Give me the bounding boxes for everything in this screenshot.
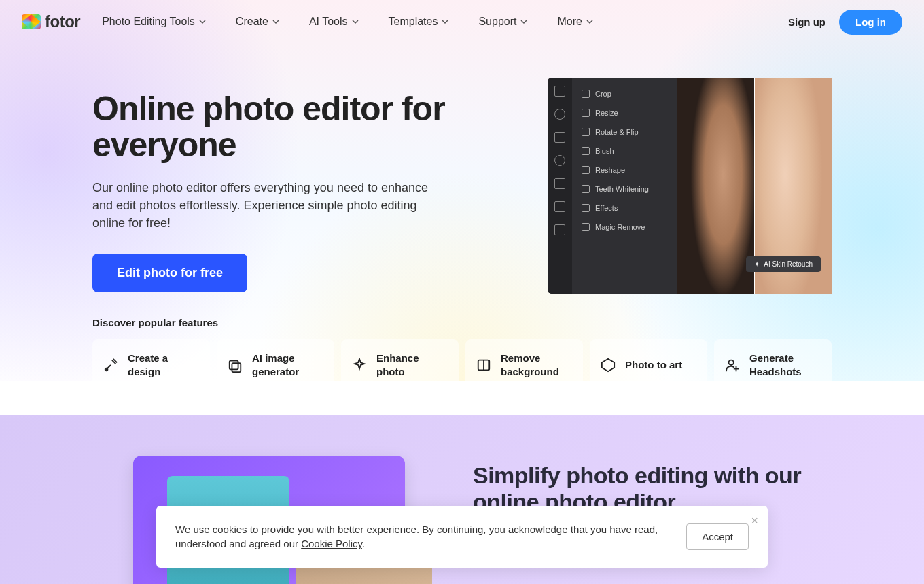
tool-reshape: Reshape <box>572 160 677 179</box>
frame-icon <box>554 178 565 189</box>
feature-label: Generate Headshots <box>749 351 821 378</box>
chevron-down-icon <box>272 18 279 25</box>
signup-link[interactable]: Sign up <box>788 16 825 28</box>
nav-label: Photo Editing Tools <box>102 16 195 28</box>
feature-remove-background[interactable]: Remove background <box>465 339 583 390</box>
editor-sidebar <box>548 78 572 294</box>
logo[interactable]: fotor <box>22 12 80 31</box>
cookie-policy-link[interactable]: Cookie Policy <box>301 538 362 549</box>
features-heading: Discover popular features <box>92 317 832 328</box>
feature-create-design[interactable]: Create a design <box>92 339 210 390</box>
text-icon <box>554 224 565 235</box>
editor-tool-list: Crop Resize Rotate & Flip Blush Reshape … <box>572 78 677 294</box>
nav-support[interactable]: Support <box>478 16 527 28</box>
chevron-down-icon <box>586 18 593 25</box>
feature-ai-image-generator[interactable]: AI image generator <box>217 339 334 390</box>
headshot-icon <box>725 358 740 373</box>
nav-create[interactable]: Create <box>236 16 279 28</box>
sparkle-icon: ✦ <box>754 260 760 268</box>
svg-rect-2 <box>232 363 241 372</box>
edit-photo-cta-button[interactable]: Edit photo for free <box>92 254 247 292</box>
feature-label: Enhance photo <box>376 351 448 378</box>
teeth-icon <box>582 185 590 193</box>
nav-label: Templates <box>389 16 438 28</box>
eye-icon <box>554 155 565 166</box>
flask-icon <box>554 132 565 143</box>
nav-label: AI Tools <box>309 16 348 28</box>
logo-text: fotor <box>45 12 80 31</box>
resize-icon <box>582 109 590 117</box>
design-icon <box>103 358 118 373</box>
login-button[interactable]: Log in <box>839 10 902 35</box>
nav-photo-editing-tools[interactable]: Photo Editing Tools <box>102 16 206 28</box>
features-grid: Create a design AI image generator Enhan… <box>92 339 832 390</box>
cookie-text: We use cookies to provide you with bette… <box>175 522 673 552</box>
feature-label: AI image generator <box>252 351 323 378</box>
cookie-banner: × We use cookies to provide you with bet… <box>156 506 768 568</box>
feature-enhance-photo[interactable]: Enhance photo <box>341 339 459 390</box>
art-icon <box>601 358 616 373</box>
nav-label: More <box>557 16 582 28</box>
tool-teeth-whitening: Teeth Whitening <box>572 179 677 199</box>
nav-label: Support <box>478 16 516 28</box>
feature-label: Remove background <box>501 351 572 378</box>
remove-bg-icon <box>476 358 491 373</box>
header: fotor Photo Editing Tools Create AI Tool… <box>0 0 924 44</box>
tool-effects: Effects <box>572 199 677 218</box>
tool-resize: Resize <box>572 103 677 122</box>
reshape-icon <box>582 166 590 174</box>
tool-blush: Blush <box>572 141 677 160</box>
editor-mockup: Crop Resize Rotate & Flip Blush Reshape … <box>548 78 832 294</box>
hero-content: Online photo editor for everyone Our onl… <box>92 78 459 292</box>
tool-crop: Crop <box>572 84 677 103</box>
accept-cookies-button[interactable]: Accept <box>686 523 749 550</box>
effects-icon <box>582 204 590 212</box>
feature-label: Photo to art <box>625 358 682 372</box>
blush-icon <box>582 147 590 155</box>
close-cookie-button[interactable]: × <box>751 514 758 528</box>
feature-photo-to-art[interactable]: Photo to art <box>590 339 707 390</box>
logo-icon <box>22 14 41 29</box>
crop-icon <box>582 90 590 98</box>
chevron-down-icon <box>352 18 359 25</box>
nav-more[interactable]: More <box>557 16 592 28</box>
auth-area: Sign up Log in <box>788 10 902 35</box>
nav-ai-tools[interactable]: AI Tools <box>309 16 359 28</box>
feature-generate-headshots[interactable]: Generate Headshots <box>714 339 832 390</box>
hero-title: Online photo editor for everyone <box>92 91 459 162</box>
grid-icon <box>554 86 565 97</box>
before-after-face: ✦ AI Skin Retouch <box>677 78 832 294</box>
chevron-down-icon <box>520 18 527 25</box>
hero-section: Online photo editor for everyone Our onl… <box>92 44 832 294</box>
svg-rect-1 <box>230 360 238 369</box>
sliders-icon <box>554 109 565 120</box>
nav-templates[interactable]: Templates <box>389 16 449 28</box>
hero-preview: Crop Resize Rotate & Flip Blush Reshape … <box>486 78 832 294</box>
magic-remove-icon <box>582 223 590 231</box>
chevron-down-icon <box>442 18 448 25</box>
ai-skin-retouch-chip: ✦ AI Skin Retouch <box>746 256 821 272</box>
ai-image-icon <box>228 358 243 373</box>
rotate-icon <box>582 128 590 136</box>
chevron-down-icon <box>199 18 206 25</box>
features-section: Discover popular features Create a desig… <box>92 317 832 390</box>
feature-label: Create a design <box>128 351 199 378</box>
tool-rotate-flip: Rotate & Flip <box>572 122 677 141</box>
people-icon <box>554 201 565 212</box>
main-nav: Photo Editing Tools Create AI Tools Temp… <box>102 16 788 28</box>
hero-description: Our online photo editor offers everythin… <box>92 179 446 232</box>
svg-point-4 <box>729 360 734 364</box>
tool-magic-remove: Magic Remove <box>572 218 677 237</box>
enhance-icon <box>352 358 367 373</box>
nav-label: Create <box>236 16 268 28</box>
